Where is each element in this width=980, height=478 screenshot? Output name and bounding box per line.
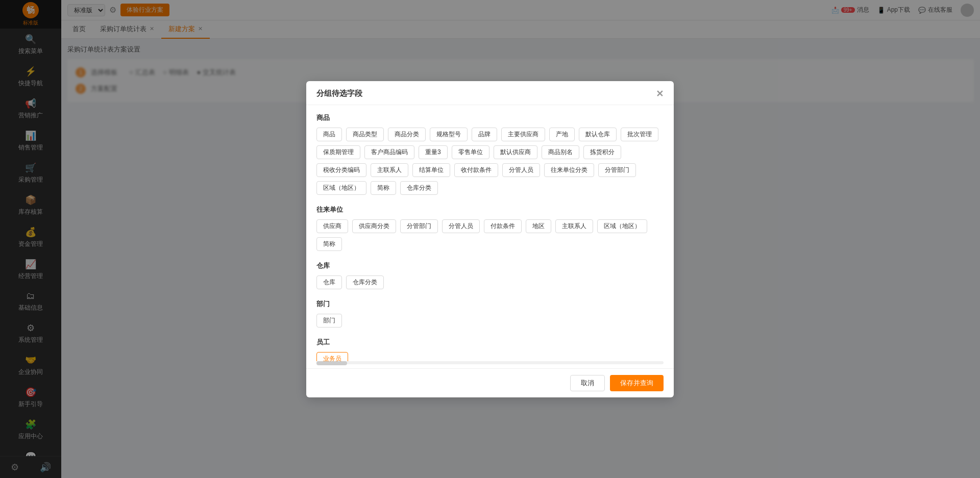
field-tag-0-10[interactable]: 客户商品编码	[364, 145, 414, 159]
field-tag-0-11[interactable]: 重量3	[419, 145, 448, 159]
modal-footer: 取消 保存并查询	[306, 368, 674, 397]
modal-header: 分组待选字段 ✕	[306, 81, 674, 105]
field-tag-1-6[interactable]: 主联系人	[555, 219, 593, 233]
field-tags-1: 供应商供应商分类分管部门分管人员付款条件地区主联系人区域（地区）简称	[316, 219, 664, 251]
field-tag-1-3[interactable]: 分管人员	[442, 219, 480, 233]
field-tag-0-17[interactable]: 主联系人	[371, 163, 408, 177]
field-section-0: 商品商品商品类型商品分类规格型号品牌主要供应商产地默认仓库批次管理保质期管理客户…	[316, 113, 664, 195]
field-tag-0-2[interactable]: 商品分类	[388, 128, 426, 141]
field-section-2: 仓库仓库仓库分类	[316, 261, 664, 289]
field-tag-0-15[interactable]: 拣货积分	[583, 145, 621, 159]
field-tag-0-7[interactable]: 默认仓库	[579, 128, 617, 141]
field-tag-1-8[interactable]: 简称	[316, 237, 342, 251]
field-tag-2-0[interactable]: 仓库	[316, 275, 342, 289]
field-tag-0-12[interactable]: 零售单位	[452, 145, 489, 159]
modal-body: 商品商品商品类型商品分类规格型号品牌主要供应商产地默认仓库批次管理保质期管理客户…	[306, 105, 674, 361]
field-tag-3-0[interactable]: 部门	[316, 314, 342, 328]
field-tags-0: 商品商品类型商品分类规格型号品牌主要供应商产地默认仓库批次管理保质期管理客户商品…	[316, 128, 664, 195]
field-tag-1-1[interactable]: 供应商分类	[352, 219, 396, 233]
field-tag-1-7[interactable]: 区域（地区）	[597, 219, 647, 233]
section-title-0: 商品	[316, 113, 664, 122]
field-tag-2-1[interactable]: 仓库分类	[346, 275, 384, 289]
field-tag-1-5[interactable]: 地区	[526, 219, 551, 233]
field-tag-0-22[interactable]: 分管部门	[598, 163, 636, 177]
field-section-4: 员工业务员	[316, 338, 664, 361]
field-tag-0-16[interactable]: 税收分类编码	[316, 163, 366, 177]
field-tag-0-19[interactable]: 收付款条件	[454, 163, 498, 177]
modal-close-btn[interactable]: ✕	[656, 88, 664, 99]
modal-overlay: 分组待选字段 ✕ 商品商品商品类型商品分类规格型号品牌主要供应商产地默认仓库批次…	[0, 0, 980, 478]
horizontal-scrollbar[interactable]	[316, 361, 664, 364]
field-tag-0-5[interactable]: 主要供应商	[501, 128, 545, 141]
field-tag-0-4[interactable]: 品牌	[472, 128, 497, 141]
section-title-2: 仓库	[316, 261, 664, 270]
field-tags-3: 部门	[316, 314, 664, 328]
field-tag-0-6[interactable]: 产地	[549, 128, 575, 141]
field-tag-4-0[interactable]: 业务员	[316, 352, 348, 361]
cancel-button[interactable]: 取消	[570, 375, 605, 391]
field-tag-1-4[interactable]: 付款条件	[484, 219, 522, 233]
field-tag-0-23[interactable]: 区域（地区）	[316, 181, 366, 195]
field-tags-4: 业务员	[316, 352, 664, 361]
field-tag-0-25[interactable]: 仓库分类	[400, 181, 438, 195]
field-tag-0-14[interactable]: 商品别名	[542, 145, 579, 159]
field-section-1: 往来单位供应商供应商分类分管部门分管人员付款条件地区主联系人区域（地区）简称	[316, 205, 664, 251]
scrollbar-thumb	[316, 361, 347, 365]
field-tag-1-2[interactable]: 分管部门	[400, 219, 438, 233]
field-tag-0-13[interactable]: 默认供应商	[494, 145, 537, 159]
field-section-3: 部门部门	[316, 299, 664, 328]
section-title-3: 部门	[316, 299, 664, 309]
field-tag-0-8[interactable]: 批次管理	[621, 128, 658, 141]
field-tag-1-0[interactable]: 供应商	[316, 219, 348, 233]
modal-title: 分组待选字段	[316, 89, 362, 98]
field-tag-0-21[interactable]: 往来单位分类	[544, 163, 594, 177]
field-tag-0-0[interactable]: 商品	[316, 128, 342, 141]
section-title-4: 员工	[316, 338, 664, 347]
section-title-1: 往来单位	[316, 205, 664, 214]
field-tag-0-9[interactable]: 保质期管理	[316, 145, 360, 159]
field-tag-0-1[interactable]: 商品类型	[346, 128, 384, 141]
modal: 分组待选字段 ✕ 商品商品商品类型商品分类规格型号品牌主要供应商产地默认仓库批次…	[306, 81, 674, 397]
save-button[interactable]: 保存并查询	[610, 375, 664, 391]
field-tag-0-20[interactable]: 分管人员	[502, 163, 540, 177]
field-tag-0-3[interactable]: 规格型号	[430, 128, 468, 141]
field-tag-0-18[interactable]: 结算单位	[412, 163, 450, 177]
field-tags-2: 仓库仓库分类	[316, 275, 664, 289]
field-tag-0-24[interactable]: 简称	[371, 181, 396, 195]
